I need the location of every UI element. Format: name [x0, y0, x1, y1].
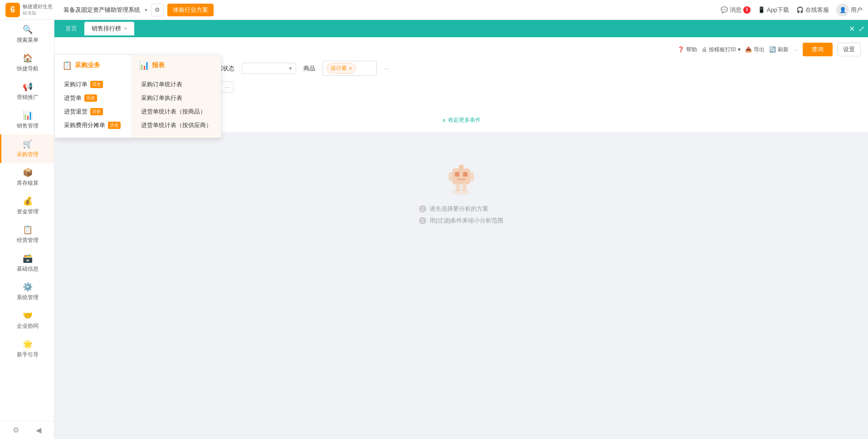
- message-icon: 💬: [721, 6, 728, 13]
- purchase-expense-history-badge: 历史: [108, 122, 121, 129]
- headset-icon: 🎧: [796, 6, 804, 13]
- message-button[interactable]: 💬 消息 9: [721, 6, 751, 14]
- sidebar-label-sales: 销售管理: [17, 122, 39, 130]
- goods-label: 商品: [303, 64, 315, 73]
- search-icon: 🔍: [23, 25, 33, 35]
- query-button[interactable]: 查询: [803, 43, 833, 56]
- sidebar-bottom: ⚙ ◀: [0, 421, 54, 439]
- salesperson-more-icon: ···: [224, 84, 229, 90]
- sidebar-item-basic-info[interactable]: 🗃️ 基础信息: [0, 249, 54, 277]
- empty-tip-1: 1 请先选择要分析的方案: [419, 203, 504, 215]
- sidebar: 🔍 搜索菜单 🏠 快捷导航 📢 营销推广 📊 销售管理 🛒 采购管理 📦 库存核…: [0, 20, 54, 439]
- goods-tag-close[interactable]: ×: [349, 65, 352, 72]
- industry-button[interactable]: 体验行业方案: [167, 4, 214, 16]
- page-content: 📋 采购业务 采购订单 历史 进货单 历史 进货退货 历史: [54, 37, 868, 439]
- sidebar-item-system[interactable]: ⚙️ 系统管理: [0, 277, 54, 306]
- toolbar-more-icon[interactable]: ···: [793, 46, 798, 53]
- help-icon: ❓: [678, 46, 684, 53]
- sidebar-label-inventory: 库存核算: [17, 179, 39, 187]
- content-area: 首页 销售排行榜 × ✕ ⤢ 📋 采购业务 采: [54, 20, 868, 439]
- tab-sales-rank-label: 销售排行榜: [92, 25, 121, 33]
- sidebar-item-finance[interactable]: 💰 资金管理: [0, 192, 54, 220]
- sidebar-item-search[interactable]: 🔍 搜索菜单: [0, 20, 54, 49]
- sidebar-item-inventory[interactable]: 📦 库存核算: [0, 163, 54, 192]
- purchase-col: 📋 采购业务 采购订单 历史 进货单 历史 进货退货 历史: [55, 55, 132, 138]
- sidebar-label-guide: 新手引导: [17, 351, 39, 359]
- print-label: 按模板打印: [709, 46, 736, 54]
- svg-rect-3: [463, 172, 468, 177]
- svg-rect-10: [462, 184, 467, 191]
- help-button[interactable]: ❓ 帮助: [678, 46, 697, 54]
- report-col-title: 📊 报表: [139, 60, 214, 73]
- doc-status-select[interactable]: ▾: [242, 63, 296, 74]
- tab-close-icon[interactable]: ×: [124, 25, 127, 32]
- refresh-button[interactable]: 🔄 刷新: [769, 46, 789, 54]
- incoming-stats-supplier-item[interactable]: 进货单统计表（按供应商）: [139, 118, 214, 132]
- step-1-icon: 1: [419, 205, 426, 212]
- main-layout: 🔍 搜索菜单 🏠 快捷导航 📢 营销推广 📊 销售管理 🛒 采购管理 📦 库存核…: [0, 20, 868, 439]
- sidebar-item-sales[interactable]: 📊 销售管理: [0, 106, 54, 134]
- sidebar-label-quick-nav: 快捷导航: [17, 65, 39, 73]
- sidebar-item-collab[interactable]: 🤝 企业协同: [0, 306, 54, 335]
- svg-rect-9: [456, 184, 460, 191]
- logo-badge: 标准版: [23, 10, 53, 16]
- po-exec-label: 采购订单执行表: [141, 94, 182, 102]
- report-col-icon: 📊: [139, 60, 149, 70]
- return-goods-item[interactable]: 进货退货 历史: [62, 105, 124, 118]
- tab-sales-rank[interactable]: 销售排行榜 ×: [84, 22, 134, 35]
- incoming-label: 进货单: [64, 94, 82, 102]
- message-label: 消息: [730, 6, 741, 14]
- dropdown-arrow-icon[interactable]: ▾: [145, 7, 147, 13]
- po-stats-item[interactable]: 采购订单统计表: [139, 78, 214, 91]
- settings-button[interactable]: 设置: [837, 43, 861, 56]
- sidebar-item-purchase[interactable]: 🛒 采购管理: [0, 134, 54, 163]
- po-exec-item[interactable]: 采购订单执行表: [139, 91, 214, 105]
- svg-point-0: [452, 189, 470, 195]
- svg-rect-4: [457, 178, 466, 180]
- tab-home-label: 首页: [65, 25, 77, 33]
- inventory-icon: 📦: [23, 168, 33, 178]
- app-download-button[interactable]: 📱 App下载: [758, 6, 789, 14]
- tab-home[interactable]: 首页: [58, 22, 84, 35]
- sidebar-label-purchase: 采购管理: [17, 151, 39, 158]
- guide-icon: 🌟: [23, 339, 33, 349]
- sidebar-item-guide[interactable]: 🌟 新手引导: [0, 335, 54, 363]
- sidebar-label-system: 系统管理: [17, 294, 39, 301]
- sidebar-item-marketing[interactable]: 📢 营销推广: [0, 77, 54, 106]
- goods-filter-input[interactable]: 设计素 ×: [322, 61, 377, 76]
- purchase-order-item[interactable]: 采购订单 历史: [62, 78, 124, 91]
- incoming-item[interactable]: 进货单 历史: [62, 91, 124, 105]
- svg-rect-7: [449, 172, 452, 181]
- goods-tag: 设计素 ×: [327, 63, 356, 74]
- report-col: 📊 报表 采购订单统计表 采购订单执行表 进货单统计表（按商品） 进货单统计表（…: [132, 55, 221, 138]
- settings-bottom-button[interactable]: ⚙: [13, 426, 19, 434]
- gear-button[interactable]: ⚙: [151, 4, 164, 16]
- purchase-col-title-text: 采购业务: [75, 61, 100, 69]
- logo-area: 6 畅捷通好生意 标准版: [5, 3, 60, 17]
- sidebar-item-operations[interactable]: 📋 经营管理: [0, 220, 54, 249]
- refresh-icon: 🔄: [769, 46, 776, 53]
- sidebar-item-quick-nav[interactable]: 🏠 快捷导航: [0, 49, 54, 77]
- purchase-icon: 🛒: [23, 139, 33, 149]
- sales-icon: 📊: [23, 110, 33, 120]
- sidebar-label-basic-info: 基础信息: [17, 265, 39, 273]
- goods-more-icon[interactable]: ···: [384, 65, 389, 72]
- purchase-expense-label: 采购费用分摊单: [64, 121, 105, 129]
- avatar: 👤: [836, 4, 849, 16]
- print-button[interactable]: 🖨 按模板打印 ▾: [702, 46, 741, 54]
- doc-status-arrow-icon: ▾: [289, 65, 292, 72]
- incoming-stats-goods-item[interactable]: 进货单统计表（按商品）: [139, 105, 214, 118]
- export-button[interactable]: 📤 导出: [745, 46, 765, 54]
- purchase-col-icon: 📋: [62, 60, 72, 70]
- tab-maximize-button[interactable]: ⤢: [858, 25, 864, 33]
- user-button[interactable]: 👤 用户: [836, 4, 863, 16]
- logo-icon: 6: [5, 3, 20, 17]
- message-badge: 9: [743, 6, 751, 14]
- collapse-sidebar-button[interactable]: ◀: [36, 426, 41, 434]
- header-center: 装备及固定资产辅助管理系统 ▾ ⚙ 体验行业方案: [60, 4, 721, 16]
- tab-close-button[interactable]: ✕: [849, 25, 855, 33]
- basic-info-icon: 🗃️: [23, 253, 33, 263]
- purchase-expense-item[interactable]: 采购费用分摊单 历史: [62, 118, 124, 132]
- online-service-button[interactable]: 🎧 在线客服: [796, 6, 829, 14]
- marketing-icon: 📢: [23, 82, 33, 92]
